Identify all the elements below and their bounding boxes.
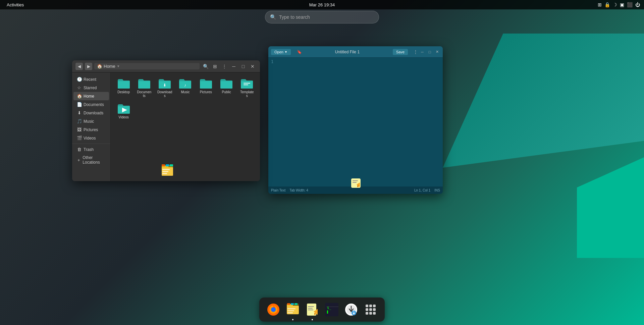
svg-rect-25 <box>287 310 294 311</box>
dock-item-files[interactable] <box>284 301 302 318</box>
folder-videos[interactable]: Videos <box>115 102 132 120</box>
search-input[interactable] <box>279 14 366 20</box>
folder-music[interactable]: ♪ Music <box>176 76 194 99</box>
sidebar-item-trash[interactable]: 🗑 Trash <box>73 145 109 154</box>
fm-view-button[interactable]: ⊞ <box>211 62 219 70</box>
fm-search-button[interactable]: 🔍 <box>202 62 210 70</box>
svg-rect-32 <box>308 306 314 307</box>
activities-button[interactable]: Activities <box>4 2 26 8</box>
folder-downloads[interactable]: ⬇ Downloads <box>156 76 174 99</box>
dock-item-gedit[interactable] <box>304 301 321 318</box>
fm-location-bar[interactable]: 🏠 Home ▼ <box>94 63 200 69</box>
folder-public[interactable]: Public <box>217 76 235 99</box>
te-close-button[interactable]: ✕ <box>434 49 440 55</box>
dock-item-firefox[interactable] <box>265 301 282 318</box>
app-grid-icon <box>364 303 377 316</box>
svg-rect-30 <box>294 303 298 305</box>
folder-documents[interactable]: Documents <box>135 76 153 99</box>
pictures-sidebar-icon: 🖼 <box>77 127 82 132</box>
dock-item-media-downloader[interactable] <box>342 301 360 318</box>
svg-rect-8 <box>162 171 168 172</box>
folder-pictures[interactable]: Pictures <box>197 76 215 99</box>
svg-rect-16 <box>353 182 357 183</box>
svg-rect-7 <box>162 169 170 170</box>
app-dot-4 <box>366 308 368 311</box>
app-grid-dots <box>366 305 376 315</box>
sidebar-item-recent[interactable]: 🕐 Recent <box>73 75 109 84</box>
music-sidebar-icon: 🎵 <box>77 119 82 124</box>
fm-close-button[interactable]: ✕ <box>249 62 257 70</box>
desktop-folder-icon <box>117 78 130 89</box>
fm-minimize-button[interactable]: ─ <box>230 62 238 70</box>
fm-window-icon[interactable] <box>160 164 174 178</box>
documents-folder-icon <box>138 78 151 89</box>
window-icon[interactable]: ▣ <box>620 2 624 7</box>
app-dot-7 <box>366 312 368 315</box>
terminal-icon: $_ ▋ ───────── <box>325 303 338 316</box>
home-icon: 🏠 <box>77 94 82 99</box>
te-bookmark-icon[interactable]: 🔖 <box>297 50 302 54</box>
fm-forward-button[interactable]: ▶ <box>85 63 92 70</box>
fm-titlebar: ◀ ▶ 🏠 Home ▼ 🔍 ⊞ ⋮ ─ □ ✕ <box>72 60 260 72</box>
te-maximize-button[interactable]: □ <box>427 49 433 55</box>
fm-menu-button[interactable]: ⋮ <box>220 62 228 70</box>
music-folder-icon: ♪ <box>178 78 192 89</box>
display-icon[interactable]: ⊞ <box>598 2 602 7</box>
sidebar-item-home[interactable]: 🏠 Home <box>73 92 109 100</box>
sidebar-divider <box>72 144 110 144</box>
taskbar: $_ ▋ ───────── <box>259 297 385 322</box>
svg-rect-26 <box>287 312 293 313</box>
sidebar-item-documents[interactable]: 📄 Documents <box>73 100 109 109</box>
te-menu-button[interactable]: ⋮ <box>413 49 418 55</box>
te-status-highlight[interactable]: Plain Text <box>271 188 285 192</box>
pictures-folder-label: Pictures <box>200 90 212 94</box>
te-status-tab[interactable]: Tab Width: 4 <box>289 188 308 192</box>
public-folder-label: Public <box>222 90 231 94</box>
te-minimize-button[interactable]: ─ <box>419 49 425 55</box>
firefox-icon <box>267 303 280 316</box>
search-bar[interactable]: 🔍 <box>265 11 379 23</box>
sidebar-item-music[interactable]: 🎵 Music <box>73 117 109 125</box>
topbar-right-icons: ⊞ 🔒 ☽ ▣ ⬛ ⏻ <box>598 2 640 7</box>
sidebar-label-starred: Starred <box>84 86 97 90</box>
sidebar-label-music: Music <box>84 119 94 124</box>
te-open-button[interactable]: Open ▼ <box>271 49 291 55</box>
svg-rect-28 <box>287 303 290 305</box>
folder-desktop[interactable]: Desktop <box>115 76 132 99</box>
sidebar-item-videos[interactable]: 🎬 Videos <box>73 134 109 142</box>
recent-icon: 🕐 <box>77 77 82 82</box>
media-download-icon <box>344 303 358 316</box>
theme-icon[interactable]: ☽ <box>613 2 617 7</box>
sidebar-item-starred[interactable]: ☆ Starred <box>73 84 109 92</box>
power-icon[interactable]: ⏻ <box>635 2 640 7</box>
dock-item-terminal[interactable]: $_ ▋ ───────── <box>323 301 340 318</box>
sidebar-label-documents: Documents <box>84 102 104 107</box>
sidebar-item-downloads[interactable]: ⬇ Downloads <box>73 109 109 117</box>
sidebar-label-trash: Trash <box>84 147 94 152</box>
sidebar-item-other-locations[interactable]: + Other Locations <box>73 154 109 166</box>
dock-item-app-grid[interactable] <box>362 301 379 318</box>
te-status-cursor: Ln 1, Col 1 <box>414 188 430 192</box>
downloads-folder-icon: ⬇ <box>158 78 171 89</box>
te-editor-content[interactable]: 1 <box>268 58 443 186</box>
svg-rect-36 <box>314 313 316 315</box>
battery-icon[interactable]: ⬛ <box>627 2 633 7</box>
sidebar-label-downloads: Downloads <box>84 111 103 115</box>
te-line-number: 1 <box>271 59 273 64</box>
fm-location-text: Home <box>104 64 115 69</box>
app-dot-9 <box>373 312 376 315</box>
fm-back-button[interactable]: ◀ <box>75 63 83 70</box>
fm-dock-icon[interactable] <box>160 164 174 178</box>
privacy-icon[interactable]: 🔒 <box>604 2 610 7</box>
sidebar-label-videos: Videos <box>84 136 96 141</box>
te-save-button[interactable]: Save <box>393 49 408 55</box>
gedit-icon <box>306 303 319 316</box>
documents-sidebar-icon: 📄 <box>77 102 82 107</box>
fm-maximize-button[interactable]: □ <box>239 62 247 70</box>
fm-location-arrow: ▼ <box>117 64 120 68</box>
templates-folder-label: Templates <box>239 90 255 98</box>
svg-rect-29 <box>291 303 294 305</box>
sidebar-item-pictures[interactable]: 🖼 Pictures <box>73 125 109 134</box>
fm-sidebar: 🕐 Recent ☆ Starred 🏠 Home 📄 Documents ⬇ … <box>72 72 111 181</box>
folder-templates[interactable]: Templates <box>238 76 256 99</box>
